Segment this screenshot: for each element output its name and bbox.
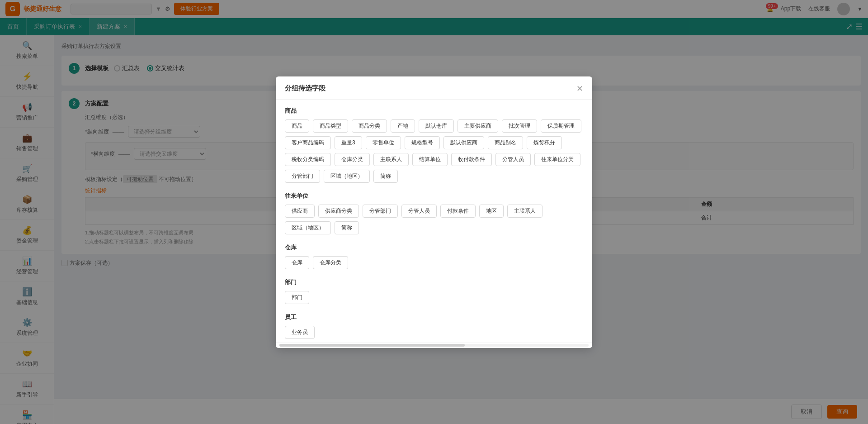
field-tag-goods-10[interactable]: 零售单位 — [366, 136, 401, 149]
field-tag-goods-16[interactable]: 仓库分类 — [335, 153, 370, 166]
field-tag-goods-6[interactable]: 批次管理 — [502, 119, 537, 133]
field-tag-wh-0[interactable]: 仓库 — [285, 256, 309, 269]
field-group-department: 部门 部门 — [285, 278, 583, 304]
field-tags-counterpart: 供应商 供应商分类 分管部门 分管人员 付款条件 地区 主联系人 区域（地区） … — [285, 205, 583, 234]
field-tag-goods-13[interactable]: 商品别名 — [488, 136, 523, 149]
field-tag-wh-1[interactable]: 仓库分类 — [313, 256, 348, 269]
field-tag-cp-4[interactable]: 付款条件 — [440, 205, 476, 218]
field-tag-goods-3[interactable]: 产地 — [391, 119, 415, 133]
field-tag-goods-15[interactable]: 税收分类编码 — [285, 153, 331, 166]
modal-overlay: 分组待选字段 ✕ 商品 商品 商品类型 商品分类 产地 默认仓库 主要供应商 批… — [0, 0, 868, 424]
field-tag-dept-0[interactable]: 部门 — [285, 291, 309, 304]
field-tag-goods-5[interactable]: 主要供应商 — [458, 119, 498, 133]
modal-title: 分组待选字段 — [285, 84, 326, 93]
field-tag-goods-19[interactable]: 收付款条件 — [451, 153, 492, 166]
field-tag-cp-0[interactable]: 供应商 — [285, 205, 315, 218]
field-tags-department: 部门 — [285, 291, 583, 304]
field-tag-goods-18[interactable]: 结算单位 — [412, 153, 448, 166]
field-tag-cp-6[interactable]: 主联系人 — [507, 205, 542, 218]
field-group-employee-title: 员工 — [285, 313, 583, 321]
field-tag-goods-22[interactable]: 分管部门 — [285, 170, 320, 183]
field-group-counterpart-title: 往来单位 — [285, 192, 583, 200]
field-tag-cp-3[interactable]: 分管人员 — [401, 205, 437, 218]
field-tag-goods-0[interactable]: 商品 — [285, 119, 309, 133]
field-tag-goods-20[interactable]: 分管人员 — [495, 153, 531, 166]
field-tag-goods-11[interactable]: 规格型号 — [405, 136, 440, 149]
field-tag-goods-2[interactable]: 商品分类 — [352, 119, 387, 133]
field-tag-cp-2[interactable]: 分管部门 — [363, 205, 398, 218]
field-tag-goods-7[interactable]: 保质期管理 — [541, 119, 581, 133]
field-tag-goods-14[interactable]: 炼货积分 — [527, 136, 562, 149]
field-group-department-title: 部门 — [285, 278, 583, 286]
modal-body: 商品 商品 商品类型 商品分类 产地 默认仓库 主要供应商 批次管理 保质期管理… — [276, 100, 592, 343]
field-tag-cp-8[interactable]: 简称 — [335, 221, 359, 234]
field-group-employee: 员工 业务员 — [285, 313, 583, 339]
field-tag-goods-17[interactable]: 主联系人 — [373, 153, 409, 166]
field-group-goods: 商品 商品 商品类型 商品分类 产地 默认仓库 主要供应商 批次管理 保质期管理… — [285, 107, 583, 183]
field-tag-goods-24[interactable]: 简称 — [373, 170, 398, 183]
field-group-warehouse: 仓库 仓库 仓库分类 — [285, 243, 583, 269]
field-tag-goods-23[interactable]: 区域（地区） — [324, 170, 370, 183]
field-tags-employee: 业务员 — [285, 326, 583, 339]
field-group-goods-title: 商品 — [285, 107, 583, 115]
field-tag-goods-12[interactable]: 默认供应商 — [443, 136, 484, 149]
modal-dialog: 分组待选字段 ✕ 商品 商品 商品类型 商品分类 产地 默认仓库 主要供应商 批… — [276, 76, 592, 348]
modal-header: 分组待选字段 ✕ — [276, 76, 592, 100]
field-tag-goods-4[interactable]: 默认仓库 — [419, 119, 454, 133]
field-group-warehouse-title: 仓库 — [285, 243, 583, 252]
field-tag-emp-0[interactable]: 业务员 — [285, 326, 315, 339]
field-tags-warehouse: 仓库 仓库分类 — [285, 256, 583, 269]
modal-scrollbar-bottom[interactable] — [276, 343, 592, 348]
field-tags-goods: 商品 商品类型 商品分类 产地 默认仓库 主要供应商 批次管理 保质期管理 客户… — [285, 119, 583, 183]
field-tag-goods-1[interactable]: 商品类型 — [313, 119, 348, 133]
field-tag-goods-21[interactable]: 往来单位分类 — [534, 153, 580, 166]
field-tag-goods-8[interactable]: 客户商品编码 — [285, 136, 331, 149]
modal-close-icon[interactable]: ✕ — [576, 84, 583, 94]
field-tag-cp-5[interactable]: 地区 — [479, 205, 504, 218]
field-tag-cp-1[interactable]: 供应商分类 — [318, 205, 359, 218]
field-group-counterpart: 往来单位 供应商 供应商分类 分管部门 分管人员 付款条件 地区 主联系人 区域… — [285, 192, 583, 234]
field-tag-goods-9[interactable]: 重量3 — [335, 136, 362, 149]
field-tag-cp-7[interactable]: 区域（地区） — [285, 221, 331, 234]
